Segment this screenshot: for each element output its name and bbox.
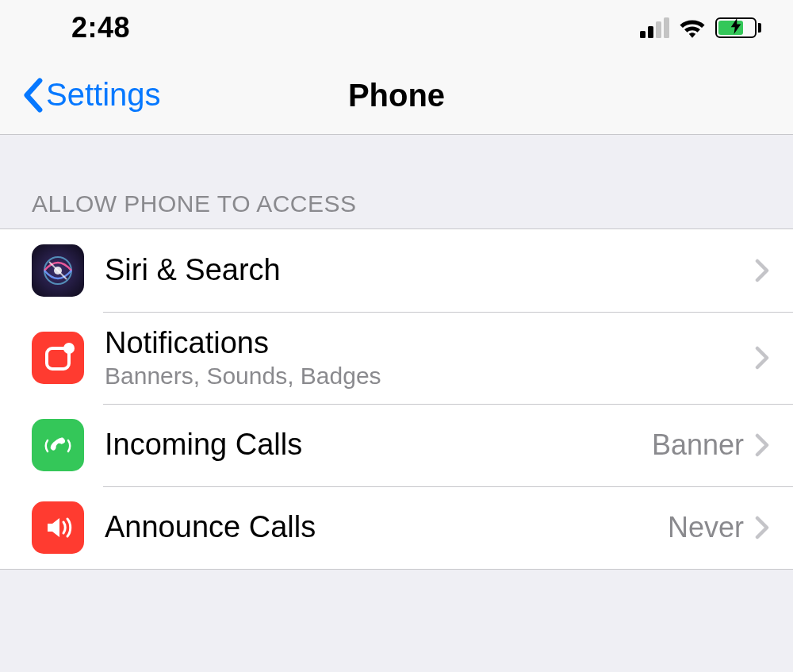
row-incoming-calls[interactable]: Incoming Calls Banner — [0, 404, 793, 486]
svg-point-3 — [63, 343, 75, 354]
row-title: Siri & Search — [105, 253, 755, 288]
row-labels: Incoming Calls — [105, 428, 652, 463]
row-labels: Notifications Banners, Sounds, Badges — [105, 326, 755, 390]
row-siri-search[interactable]: Siri & Search — [0, 229, 793, 312]
row-announce-calls[interactable]: Announce Calls Never — [0, 486, 793, 569]
row-subtitle: Banners, Sounds, Badges — [105, 363, 755, 390]
section-header: ALLOW PHONE TO ACCESS — [0, 135, 793, 228]
chevron-right-icon — [755, 259, 769, 282]
row-labels: Siri & Search — [105, 253, 755, 288]
row-title: Incoming Calls — [105, 428, 652, 463]
phone-icon — [32, 419, 84, 471]
notifications-icon — [32, 332, 84, 384]
status-bar: 2:48 — [0, 0, 793, 56]
row-value: Banner — [652, 428, 744, 462]
nav-bar: Settings Phone — [0, 56, 793, 135]
chevron-right-icon — [755, 516, 769, 540]
row-title: Announce Calls — [105, 510, 668, 545]
settings-list: Siri & Search Notifications Banners, Sou… — [0, 228, 793, 570]
battery-icon — [715, 17, 761, 38]
chevron-right-icon — [755, 433, 769, 457]
wifi-icon — [679, 17, 706, 38]
back-label: Settings — [46, 77, 161, 113]
cellular-icon — [640, 17, 669, 38]
svg-point-1 — [54, 267, 62, 275]
status-indicators — [640, 17, 761, 38]
row-notifications[interactable]: Notifications Banners, Sounds, Badges — [0, 312, 793, 404]
back-button[interactable]: Settings — [0, 77, 161, 113]
row-value: Never — [668, 511, 744, 544]
page-title: Phone — [348, 77, 445, 113]
chevron-left-icon — [22, 78, 43, 113]
row-title: Notifications — [105, 326, 755, 361]
status-time: 2:48 — [71, 11, 130, 44]
speaker-icon — [32, 501, 84, 554]
row-labels: Announce Calls — [105, 510, 668, 545]
chevron-right-icon — [755, 346, 769, 370]
siri-icon — [32, 244, 84, 297]
